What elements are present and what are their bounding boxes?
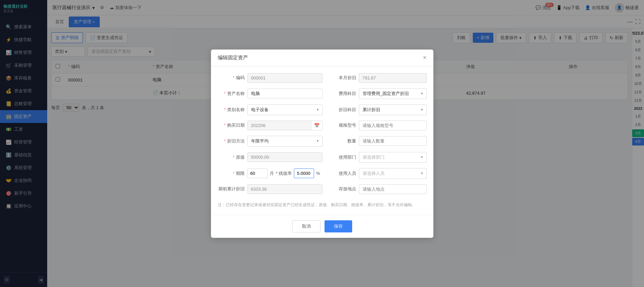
form-row-code: * 编码 bbox=[218, 73, 323, 83]
expense-subject-select[interactable]: 管理费用_固定资产折旧 ▾ bbox=[359, 88, 427, 99]
dep-subject-value: 累计折旧 bbox=[363, 107, 420, 113]
quantity-label: 数量 bbox=[329, 138, 356, 144]
edit-asset-modal: 编辑固定资产 × * 编码 本月折旧 bbox=[211, 50, 433, 238]
dep-method-select[interactable]: 年限平均 ▾ bbox=[247, 136, 323, 147]
modal-body: * 编码 本月折旧 * 资产名称 费用科 bbox=[211, 66, 433, 215]
expense-subject-label: 费用科目 bbox=[329, 91, 356, 97]
original-value-input bbox=[247, 152, 323, 162]
modal-title: 编辑固定资产 bbox=[218, 55, 248, 61]
chevron-down-icon: ▾ bbox=[421, 107, 423, 112]
form-row-quantity: 数量 bbox=[329, 136, 427, 147]
dep-subject-label: 折旧科目 bbox=[329, 107, 356, 113]
form-row-purchase-date: * 购买日期 📅 bbox=[218, 121, 323, 130]
calendar-icon[interactable]: 📅 bbox=[311, 121, 322, 130]
location-input[interactable] bbox=[359, 184, 427, 194]
modal-footer: 取消 保存 bbox=[211, 215, 433, 238]
spec-label: 规格型号 bbox=[329, 122, 356, 128]
purchase-date-input[interactable] bbox=[248, 121, 311, 130]
name-label: * 资产名称 bbox=[218, 91, 245, 97]
department-label: 使用部门 bbox=[329, 154, 356, 160]
form-note: 注：已经存在变更记录或者对应固定资产已经生成凭证，原值、购买日期、残值率、累计折… bbox=[218, 202, 427, 208]
save-button[interactable]: 保存 bbox=[325, 220, 352, 232]
form-row-accumulated-dep: 期初累计折旧 bbox=[218, 184, 323, 194]
form-row-expense-subject: 费用科目 管理费用_固定资产折旧 ▾ bbox=[329, 88, 427, 99]
monthly-dep-input bbox=[359, 73, 427, 83]
expense-subject-value: 管理费用_固定资产折旧 bbox=[363, 91, 420, 97]
residual-rate-input bbox=[294, 168, 314, 178]
form-row-period: * 期限 月 * 残值率 % bbox=[218, 168, 323, 179]
person-label: 使用人员 bbox=[329, 170, 356, 177]
category-select[interactable]: 电子设备 ▾ bbox=[247, 104, 323, 115]
department-select[interactable]: 请选择部门 ▾ bbox=[359, 152, 427, 163]
form-row-spec: 规格型号 bbox=[329, 121, 427, 130]
chevron-down-icon: ▾ bbox=[421, 171, 423, 176]
chevron-down-icon: ▾ bbox=[421, 155, 423, 159]
form-row-person: 使用人员 请选择人员 ▾ bbox=[329, 168, 427, 179]
category-label: * 类别名称 bbox=[218, 107, 245, 113]
form-row-name: * 资产名称 bbox=[218, 88, 323, 99]
code-label: * 编码 bbox=[218, 75, 245, 81]
person-select[interactable]: 请选择人员 ▾ bbox=[359, 168, 427, 179]
modal-overlay: 编辑固定资产 × * 编码 本月折旧 bbox=[0, 0, 644, 287]
form-row-department: 使用部门 请选择部门 ▾ bbox=[329, 152, 427, 163]
form-row-dep-subject: 折旧科目 累计折旧 ▾ bbox=[329, 104, 427, 115]
original-value-label: * 原值 bbox=[218, 154, 245, 160]
form-row-category: * 类别名称 电子设备 ▾ bbox=[218, 104, 323, 115]
form-row-original-value: * 原值 bbox=[218, 152, 323, 163]
accumulated-dep-input bbox=[247, 184, 323, 194]
period-group: 月 * 残值率 % bbox=[247, 168, 323, 178]
form-row-dep-method: * 折旧方法 年限平均 ▾ bbox=[218, 136, 323, 147]
spec-input[interactable] bbox=[359, 121, 427, 130]
name-input[interactable] bbox=[247, 89, 323, 98]
department-placeholder: 请选择部门 bbox=[363, 154, 420, 160]
dep-subject-select[interactable]: 累计折旧 ▾ bbox=[359, 104, 427, 115]
chevron-down-icon: ▾ bbox=[317, 139, 319, 143]
cancel-button[interactable]: 取消 bbox=[292, 220, 320, 232]
purchase-date-field[interactable]: 📅 bbox=[247, 121, 323, 130]
modal-close-button[interactable]: × bbox=[423, 54, 427, 61]
chevron-down-icon: ▾ bbox=[317, 107, 319, 112]
period-label: * 期限 bbox=[218, 170, 245, 177]
purchase-date-label: * 购买日期 bbox=[218, 122, 245, 128]
form-grid: * 编码 本月折旧 * 资产名称 费用科 bbox=[218, 73, 427, 208]
residual-rate-unit: % bbox=[316, 171, 320, 176]
code-input[interactable] bbox=[247, 73, 323, 83]
modal-header: 编辑固定资产 × bbox=[211, 50, 433, 66]
period-unit: 月 bbox=[270, 170, 274, 177]
location-label: 存放地点 bbox=[329, 186, 356, 192]
period-input bbox=[247, 168, 268, 178]
dep-method-value: 年限平均 bbox=[251, 138, 315, 144]
form-row-location: 存放地点 bbox=[329, 184, 427, 194]
dep-method-label: * 折旧方法 bbox=[218, 138, 245, 144]
accumulated-dep-label: 期初累计折旧 bbox=[218, 186, 245, 192]
person-placeholder: 请选择人员 bbox=[363, 170, 420, 177]
residual-rate-label: * 残值率 bbox=[276, 170, 292, 177]
form-row-monthly-dep: 本月折旧 bbox=[329, 73, 427, 83]
quantity-input[interactable] bbox=[359, 136, 427, 146]
chevron-down-icon: ▾ bbox=[421, 91, 423, 96]
category-value: 电子设备 bbox=[251, 107, 315, 113]
monthly-dep-label: 本月折旧 bbox=[329, 75, 356, 81]
